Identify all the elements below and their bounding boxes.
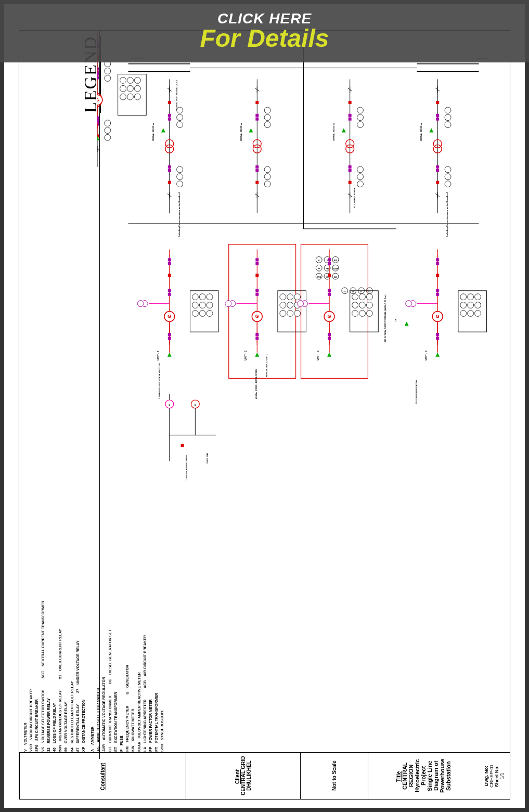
svg-text:UNIT - 1: UNIT - 1 xyxy=(157,351,160,360)
drawing-sheet: LEGEND A AMMETER AS AMMETER SELECTOR SWI… xyxy=(19,30,510,800)
svg-text:AS: AS xyxy=(334,276,337,278)
legend-item: LA LIGHTENING ARRESTER xyxy=(143,697,147,752)
legend-item: 64 RESTRICTED EARTH FAULT RELAY xyxy=(70,679,74,752)
bay-2 xyxy=(249,79,270,213)
svg-text:G: G xyxy=(195,404,196,406)
legend-item: VS VOLTAGE SELECTOR SWITCH xyxy=(41,687,45,752)
legend-item: FM FREQUENCY METER xyxy=(125,704,129,752)
legend-item: 87 DIFFERENTIAL RELAY xyxy=(76,702,80,752)
legend-item: G GENERATOR xyxy=(125,663,129,694)
svg-text:SYN: SYN xyxy=(317,276,321,278)
ct-spec-1: 3000/5A, 5P20; 3000/5A, CL-0.5 xyxy=(175,80,178,110)
tb-consultant: Consultant xyxy=(19,753,186,799)
single-line-diagram: G 220 KV BUS 220 KV BUS LA xyxy=(97,31,510,530)
legend-item: 59 OVER VOLTAGE RELAY xyxy=(64,700,68,752)
unit-4: UNIT - 4 xyxy=(406,250,487,360)
unit-2: UNIT - 2 Same as UNIT-1 / UNIT-3 xyxy=(225,250,306,378)
grounding-note-2: Including Connection same as the Bound c… xyxy=(446,192,448,236)
legend-item: F FUSE xyxy=(120,733,123,752)
grounding-note-1: Including Connection same as the Bound c… xyxy=(178,192,180,236)
svg-text:GATE WAY: GATE WAY xyxy=(206,453,209,463)
svg-text:TO PROGRAMMING PANEL: TO PROGRAMMING PANEL xyxy=(185,454,188,481)
cta-banner[interactable]: CLICK HERE For Details xyxy=(0,0,529,62)
legend-item: PF POWER FACTOR METER xyxy=(149,698,152,752)
meter-cluster: A V KW PF FM KVAR SYN VS AS xyxy=(316,256,339,279)
svg-text:3-PHASE DG SET 100KVA 400V/230: 3-PHASE DG SET 100KVA 400V/230V xyxy=(158,363,161,399)
terminal-note: 220 KV NEW KHIMTI TERMINAL (ABOUT 70 Km.… xyxy=(384,294,386,342)
legend-item: ET EXCITATION TRANSFORMER xyxy=(114,690,118,752)
pt-note: PT 3-PHASE 200MVA xyxy=(353,188,356,209)
svg-text:A: A xyxy=(318,259,320,262)
svg-text:KVAR: KVAR xyxy=(332,267,338,270)
legend-item: VCB VACUUM CIRCUIT BREAKER xyxy=(29,687,33,752)
legend-item: V VOLTMETER xyxy=(23,721,27,752)
svg-text:PF: PF xyxy=(318,267,321,270)
legend-item: 50N INSTANTANEOUS E/F RELAY xyxy=(58,688,62,752)
legend-item: XF DISTANCE PROTECTION xyxy=(82,698,85,752)
legend-item: 27 UNDER VOLTAGE RELAY xyxy=(76,639,80,693)
tb-dwg: Dwg. No: CRHEP-01 Sheet No: 1/1 xyxy=(479,753,510,799)
tb-client: Client CENTRAL GRID DHULIKHEL xyxy=(186,753,300,799)
svg-text:UNIT - 3: UNIT - 3 xyxy=(317,351,319,360)
unit-3-box xyxy=(301,244,368,379)
cta-line2: For Details xyxy=(200,24,329,53)
la-label: LA xyxy=(394,319,397,321)
legend-item: 40 LOSS OF FIELD RELAY xyxy=(53,701,56,752)
unit-2-box xyxy=(229,244,296,379)
legend-item: ACB AIR CIRCUIT BREAKER xyxy=(143,633,147,688)
svg-text:FM: FM xyxy=(326,267,329,270)
xfmr3-spec: 100MVA, 220/11 kV xyxy=(332,123,335,141)
legend-item: AVR AUTOMATIC VOLTAGE REGULATOR xyxy=(102,675,106,752)
legend-col-2: V VOLTMETER VCB VACUUM CIRCUIT BREAKER S… xyxy=(22,36,86,754)
to-other: TO OTHER/SUBSTATION xyxy=(415,380,418,404)
xfmr1-spec: 100MVA, 220/11 kV xyxy=(152,123,154,141)
legend-item: SF6 SF6 CIRCUIT BREAKER xyxy=(35,698,38,752)
title-block: Consultant Client CENTRAL GRID DHULIKHEL… xyxy=(19,752,510,799)
legend-block: LEGEND A AMMETER AS AMMETER SELECTOR SWI… xyxy=(19,31,100,759)
legend-item: NCT NEUTRAL CURRENT TRANSFORMER xyxy=(41,599,45,678)
svg-text:G: G xyxy=(169,404,170,406)
legend-item: DG DIESEL GENERATOR SET xyxy=(108,627,112,684)
aux-dg-branch: G G 3-PHASE DG SET 100KVA 400V/230V GATE… xyxy=(158,363,216,481)
page-border: LEGEND A AMMETER AS AMMETER SELECTOR SWI… xyxy=(0,0,529,812)
svg-text:UNIT - 4: UNIT - 4 xyxy=(425,351,428,360)
legend-item: KW KILOWATT METER xyxy=(131,707,135,752)
xfmr2-spec: 100MVA, 220/11 kV xyxy=(240,123,242,141)
tb-scale: Not to Scale xyxy=(300,753,368,799)
ct-spec-2: 400/5A, 5P20/5; 400/5A, 5P20/5 xyxy=(255,369,257,399)
legend-item: KVAR KILOVOLT AMPER REACTIVE METER xyxy=(137,670,141,752)
svg-text:Same as UNIT-1 / UNIT-3: Same as UNIT-1 / UNIT-3 xyxy=(265,353,268,377)
unit-1: UNIT - 1 xyxy=(137,250,218,360)
legend-item: A AMMETER xyxy=(91,725,94,752)
svg-text:UNIT - 2: UNIT - 2 xyxy=(244,351,247,360)
legend-item: SYN SYNCHROSCOPE xyxy=(160,707,164,752)
tb-title: Title CENTRAL REGION Hyroelectric Projec… xyxy=(368,753,479,799)
svg-text:KW: KW xyxy=(334,259,338,262)
legend-item: 51 OVER CURRENT RELAY xyxy=(58,627,62,679)
legend-item: CT CURRENT TRANSFORMER xyxy=(108,693,112,752)
legend-item: AS AMMETER SELECTOR SWITCH xyxy=(96,686,100,752)
xfmr4-spec: 100MVA, 220/11 kV xyxy=(420,123,422,141)
legend-item: PT POTENTIAL TRANSFORMER xyxy=(154,691,158,752)
sld-svg: G 220 KV BUS 220 KV BUS LA xyxy=(97,31,510,530)
legend-item: 32 REVERSE POWER RELAY xyxy=(47,696,50,752)
